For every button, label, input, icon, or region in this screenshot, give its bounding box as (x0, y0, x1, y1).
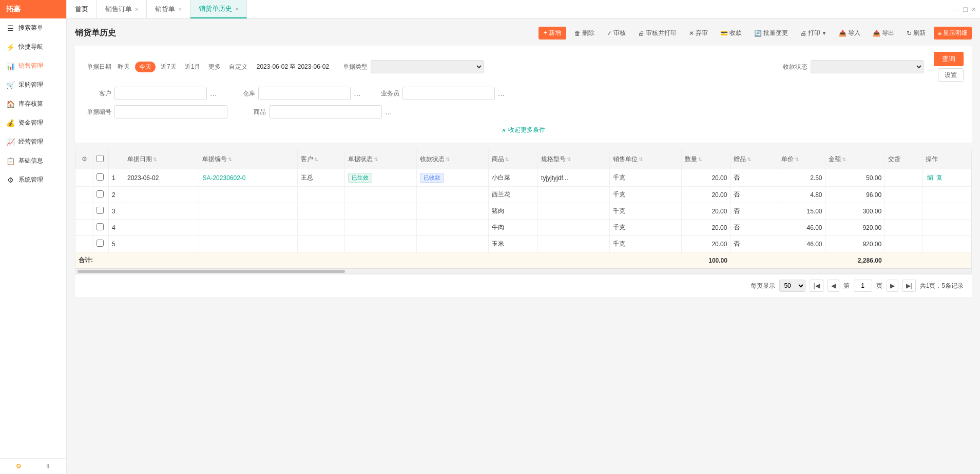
col-collect-status[interactable]: 收款状态 ⇅ (416, 149, 488, 169)
tab-sales-history-close[interactable]: × (235, 6, 238, 12)
doc-type-select[interactable] (371, 60, 484, 73)
doc-no-sort[interactable]: 单据编号 ⇅ (202, 155, 294, 164)
date-btn-custom[interactable]: 自定义 (226, 62, 251, 72)
salesperson-dots[interactable]: ... (498, 89, 505, 97)
col-settings[interactable]: ⚙ (75, 149, 93, 169)
tab-home[interactable]: 首页 (67, 0, 97, 18)
gift-sort[interactable]: 赠品 ⇅ (734, 155, 775, 164)
query-button[interactable]: 查询 (934, 52, 964, 66)
date-btn-more[interactable]: 更多 (205, 62, 224, 72)
col-doc-no[interactable]: 单据编号 ⇅ (199, 149, 297, 169)
select-all-checkbox[interactable] (97, 155, 104, 162)
doc-status-sort[interactable]: 单据状态 ⇅ (348, 155, 413, 164)
maximize-icon[interactable]: □ (963, 5, 967, 13)
cell-action (922, 187, 971, 203)
sidebar-item-biz-mgmt[interactable]: 📈 经营管理 (0, 132, 66, 151)
cell-spec-type (538, 236, 610, 252)
edit-action-btn[interactable]: 编 (927, 174, 933, 181)
collapse-button[interactable]: ∧ 收起更多条件 (83, 124, 964, 136)
col-customer[interactable]: 客户 ⇅ (297, 149, 345, 169)
sidebar-item-basic-info[interactable]: 📋 基础信息 (0, 151, 66, 170)
col-spec-type[interactable]: 规格型号 ⇅ (538, 149, 610, 169)
row-checkbox[interactable] (97, 173, 104, 181)
row-checkbox[interactable] (97, 190, 104, 198)
tab-sales-order-close[interactable]: × (135, 6, 138, 12)
doc-no-input[interactable] (114, 105, 227, 118)
show-detail-button[interactable]: ≡ 显示明细 (934, 27, 972, 40)
abandon-button[interactable]: ✕ 弃审 (685, 27, 712, 40)
sidebar-item-inventory-calc[interactable]: 🏠 库存核算 (0, 94, 66, 113)
goods-dots[interactable]: ... (385, 108, 392, 116)
col-qty[interactable]: 数量 ⇅ (681, 149, 731, 169)
col-unit-price[interactable]: 单价 ⇅ (778, 149, 825, 169)
date-btn-yesterday[interactable]: 昨天 (114, 62, 133, 72)
doc-no-link[interactable]: SA-20230602-0 (202, 174, 245, 182)
sidebar-item-quick-nav[interactable]: ⚡ 快捷导航 (0, 37, 66, 56)
amount-sort[interactable]: 金额 ⇅ (829, 155, 881, 164)
salesperson-input[interactable] (402, 87, 495, 100)
goods-sort[interactable]: 商品 ⇅ (492, 155, 534, 164)
customer-input[interactable] (114, 87, 207, 100)
doc-date-sort[interactable]: 单据日期 ⇅ (127, 155, 196, 164)
page-title: 销货单历史 (75, 28, 116, 38)
table-settings-icon[interactable]: ⚙ (79, 153, 90, 165)
last-page-button[interactable]: ▶| (902, 280, 916, 292)
row-checkbox[interactable] (97, 240, 104, 247)
print-button[interactable]: 🖨 打印 ▼ (796, 27, 831, 40)
qty-sort[interactable]: 数量 ⇅ (685, 155, 727, 164)
date-btn-1month[interactable]: 近1月 (182, 62, 204, 72)
cell-collect-status: 已收款 (416, 169, 488, 187)
next-page-button[interactable]: ▶ (887, 280, 898, 292)
prev-page-button[interactable]: ◀ (828, 280, 839, 292)
col-sales-unit[interactable]: 销售单位 ⇅ (609, 149, 681, 169)
collect-status-sort[interactable]: 收款状态 ⇅ (420, 155, 485, 164)
delete-button[interactable]: 🗑 删除 (570, 27, 599, 40)
sidebar-item-search-menu[interactable]: ☰ 搜索菜单 (0, 18, 66, 37)
warehouse-input[interactable] (258, 87, 351, 100)
audit-button[interactable]: ✓ 审核 (603, 27, 630, 40)
date-btn-7days[interactable]: 近7天 (158, 62, 180, 72)
col-goods[interactable]: 商品 ⇅ (488, 149, 537, 169)
tab-sales-goods-close[interactable]: × (178, 6, 181, 12)
col-doc-status[interactable]: 单据状态 ⇅ (345, 149, 417, 169)
row-checkbox[interactable] (97, 223, 104, 230)
scroll-bar-area[interactable] (75, 268, 971, 273)
unit-price-sort[interactable]: 单价 ⇅ (781, 155, 822, 164)
import-button[interactable]: 📥 导入 (835, 27, 864, 40)
new-button[interactable]: + 新增 (539, 27, 566, 40)
col-amount[interactable]: 金额 ⇅ (825, 149, 885, 169)
sidebar-item-fund-mgmt[interactable]: 💰 资金管理 (0, 113, 66, 132)
sidebar-item-purchase-mgmt[interactable]: 🛒 采购管理 (0, 75, 66, 94)
sidebar-item-sales-mgmt[interactable]: 📊 销售管理 (0, 56, 66, 75)
pause-icon[interactable]: ⏸ (45, 463, 51, 470)
col-doc-date[interactable]: 单据日期 ⇅ (124, 149, 199, 169)
customer-sort[interactable]: 客户 ⇅ (301, 155, 342, 164)
sidebar-item-sys-mgmt[interactable]: ⚙ 系统管理 (0, 170, 66, 189)
close-window-icon[interactable]: × (972, 5, 976, 13)
set-button[interactable]: 设置 (938, 68, 964, 82)
copy-action-btn[interactable]: 复 (936, 174, 943, 181)
first-page-button[interactable]: |◀ (810, 280, 823, 292)
col-gift[interactable]: 赠品 ⇅ (731, 149, 778, 169)
collect-status-select[interactable] (811, 60, 924, 73)
refresh-button[interactable]: ↻ 刷新 (902, 27, 930, 40)
goods-input[interactable] (269, 105, 382, 118)
tab-sales-goods[interactable]: 销货单 × (147, 0, 190, 18)
page-number-input[interactable] (854, 280, 872, 292)
settings-icon[interactable]: ⚙ (16, 463, 22, 470)
batch-change-button[interactable]: 🔄 批量变更 (750, 27, 792, 40)
sidebar-bottom-actions[interactable]: ⚙ ⏸ (0, 459, 66, 474)
spec-type-sort[interactable]: 规格型号 ⇅ (541, 155, 606, 164)
sales-unit-sort[interactable]: 销售单位 ⇅ (613, 155, 678, 164)
minimize-icon[interactable]: — (952, 5, 959, 13)
date-btn-today[interactable]: 今天 (135, 62, 156, 72)
page-size-select[interactable]: 10 20 50 100 (779, 280, 805, 292)
audit-print-button[interactable]: 🖨 审核并打印 (634, 27, 681, 40)
tab-sales-history[interactable]: 销货单历史 × (190, 0, 247, 18)
collect-button[interactable]: 💳 收款 (716, 27, 746, 40)
row-checkbox[interactable] (97, 207, 104, 214)
tab-sales-order[interactable]: 销售订单 × (97, 0, 147, 18)
customer-dots[interactable]: ... (210, 89, 217, 97)
warehouse-dots[interactable]: ... (354, 89, 360, 97)
export-button[interactable]: 📤 导出 (869, 27, 898, 40)
